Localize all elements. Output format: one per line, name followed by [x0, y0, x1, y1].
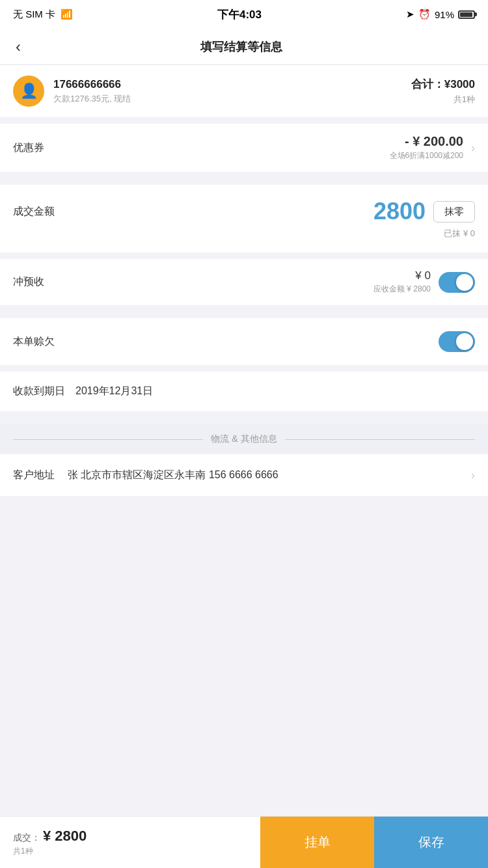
- bottom-amount: ¥ 2800: [43, 828, 87, 844]
- nav-bar: ‹ 填写结算等信息: [0, 29, 488, 65]
- prereceive-right: ¥ 0 应收金额 ¥ 2800: [373, 269, 475, 295]
- logistics-text: 物流 & 其他信息: [211, 433, 277, 445]
- hold-button[interactable]: 挂单: [260, 817, 374, 869]
- coupon-section: 优惠券 - ¥ 200.00 全场6折满1000减200 ›: [0, 124, 488, 172]
- coupon-right: - ¥ 200.00 全场6折满1000减200 ›: [390, 134, 475, 161]
- prereceive-toggle[interactable]: [439, 272, 475, 293]
- prereceive-label: 冲预收: [13, 275, 44, 289]
- due-date-label: 收款到期日: [13, 385, 65, 398]
- status-time: 下午4:03: [217, 7, 262, 22]
- page-title: 填写结算等信息: [31, 39, 452, 55]
- coupon-value-block: - ¥ 200.00 全场6折满1000减200: [390, 134, 463, 161]
- coupon-row[interactable]: 优惠券 - ¥ 200.00 全场6折满1000减200 ›: [0, 124, 488, 172]
- battery-icon: [458, 10, 475, 19]
- prereceive-section: 冲预收 ¥ 0 应收金额 ¥ 2800: [0, 259, 488, 305]
- due-date-row: 收款到期日 2019年12月31日: [0, 372, 488, 411]
- coupon-desc: 全场6折满1000减200: [390, 150, 463, 161]
- customer-left: 👤 17666666666 欠款1276.35元, 现结: [13, 75, 131, 107]
- coupon-label: 优惠券: [13, 141, 44, 155]
- address-chevron-icon: ›: [471, 468, 475, 482]
- toggle-knob: [456, 274, 473, 291]
- customer-info: 17666666666 欠款1276.35元, 现结: [53, 78, 131, 105]
- deal-row: 成交金额 2800 抹零: [13, 198, 475, 225]
- section-divider-2: [0, 312, 488, 318]
- deal-label: 成交金额: [13, 205, 55, 219]
- prereceive-sub: 应收金额 ¥ 2800: [373, 284, 431, 295]
- prereceive-amount-block: ¥ 0 应收金额 ¥ 2800: [373, 269, 431, 295]
- address-row[interactable]: 客户地址 张 北京市市辖区海淀区永丰南 156 6666 6666 ›: [0, 454, 488, 496]
- logistics-divider: 物流 & 其他信息: [0, 424, 488, 454]
- bottom-summary: 成交： ¥ 2800 共1种: [0, 828, 260, 857]
- carrier-text: 无 SIM 卡: [13, 8, 55, 21]
- coupon-value: - ¥ 200.00: [390, 134, 463, 149]
- deal-amount[interactable]: 2800: [373, 198, 426, 225]
- bottom-deal-label: 成交： ¥ 2800: [13, 828, 247, 845]
- due-date-value[interactable]: 2019年12月31日: [75, 385, 153, 398]
- wifi-icon: 📶: [61, 8, 73, 20]
- customer-debt: 欠款1276.35元, 现结: [53, 93, 131, 105]
- round-button[interactable]: 抹零: [433, 201, 475, 223]
- own-debt-toggle-knob: [456, 333, 473, 350]
- customer-card: 👤 17666666666 欠款1276.35元, 现结 合计：¥3000 共1…: [0, 65, 488, 117]
- prereceive-row: 冲预收 ¥ 0 应收金额 ¥ 2800: [0, 259, 488, 305]
- bottom-bar: 成交： ¥ 2800 共1种 挂单 保存: [0, 816, 488, 868]
- section-divider-1: [0, 178, 488, 185]
- customer-right: 合计：¥3000 共1种: [411, 77, 475, 105]
- address-label: 客户地址: [13, 468, 55, 482]
- status-right: ➤ ⏰ 91%: [406, 8, 475, 20]
- deal-section: 成交金额 2800 抹零 已抹 ¥ 0: [0, 185, 488, 252]
- own-debt-toggle[interactable]: [439, 331, 475, 352]
- logistics-line-right: [285, 439, 475, 440]
- own-debt-row: 本单赊欠: [0, 318, 488, 365]
- status-left: 无 SIM 卡 📶: [13, 8, 73, 21]
- customer-phone: 17666666666: [53, 78, 131, 91]
- battery-text: 91%: [435, 9, 454, 20]
- prereceive-amount: ¥ 0: [373, 269, 431, 282]
- total-count: 共1种: [411, 94, 475, 105]
- deal-sub: 已抹 ¥ 0: [13, 228, 475, 239]
- bottom-count: 共1种: [13, 846, 247, 857]
- section-divider-3: [0, 418, 488, 424]
- chevron-right-icon: ›: [471, 141, 475, 155]
- deal-right: 2800 抹零: [373, 198, 475, 225]
- avatar: 👤: [13, 75, 44, 107]
- status-bar: 无 SIM 卡 📶 下午4:03 ➤ ⏰ 91%: [0, 0, 488, 29]
- location-icon: ➤: [406, 8, 414, 20]
- save-button[interactable]: 保存: [374, 817, 488, 869]
- total-amount: 合计：¥3000: [411, 77, 475, 92]
- back-button[interactable]: ‹: [10, 33, 26, 61]
- logistics-line-left: [13, 439, 203, 440]
- address-value: 张 北京市市辖区海淀区永丰南 156 6666 6666: [68, 467, 471, 483]
- alarm-icon: ⏰: [418, 8, 431, 20]
- own-debt-label: 本单赊欠: [13, 335, 55, 349]
